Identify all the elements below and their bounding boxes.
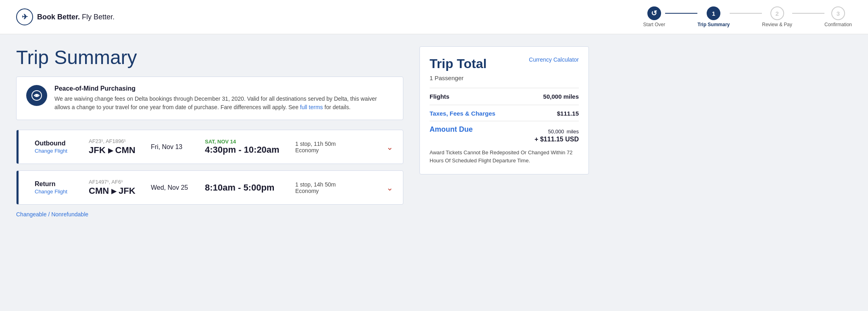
outbound-label: Outbound [35,140,79,147]
flights-price-value: 50,000 miles [543,93,579,100]
outbound-bar [17,130,19,164]
passengers-label: 1 Passenger [430,75,579,81]
amount-due-value: 50,000 miles + $111.15 USD [534,125,579,143]
taxes-price-row: Taxes, Fees & Charges $111.15 [430,110,579,117]
return-stop-label: 1 stop, 14h 50m [295,181,377,188]
step-3-circle: 3 [831,6,845,20]
amount-due-row: Amount Due 50,000 miles + $111.15 USD [430,121,579,143]
right-panel: Trip Total Currency Calculator 1 Passeng… [419,46,589,218]
return-class: Economy [295,188,377,194]
return-bar [17,171,19,204]
trip-total-title: Trip Total [430,56,487,71]
return-date: Wed, Nov 25 [151,184,195,191]
taxes-price-value: $111.15 [557,110,579,117]
taxes-price-label: Taxes, Fees & Charges [430,110,495,117]
info-title: Peace-of-Mind Purchasing [54,85,393,92]
outbound-flight-card: Outbound Change Flight AF23¹, AF1896¹ JF… [16,130,403,164]
step-trip-summary-label: Trip Summary [697,22,730,27]
return-chevron[interactable]: ⌄ [386,183,393,193]
connector-3 [792,13,824,14]
trip-total-header: Trip Total Currency Calculator [430,56,579,71]
step-confirmation-label: Confirmation [824,22,852,27]
step-review-pay[interactable]: 2 Review & Pay [762,6,792,27]
return-codes: AF1497¹, AF6¹ [89,179,141,185]
outbound-route: AF23¹, AF1896¹ JFK ▶ CMN [89,138,141,156]
svg-point-3 [35,94,38,97]
left-panel: Trip Summary Peace-of-Mind Purchasing We… [16,46,419,218]
outbound-airports: JFK ▶ CMN [89,145,141,156]
divider-2 [430,105,579,105]
return-arrow: ▶ [111,187,116,195]
logo-text: Book Better. Fly Better. [37,13,115,21]
stepper: ↺ Start Over 1 Trip Summary 2 Review & P… [643,6,852,27]
connector-2 [730,13,762,14]
amount-due-label: Amount Due [430,125,473,134]
info-body: We are waiving change fees on Delta book… [54,95,393,112]
award-notice: Award Tickets Cannot Be Redeposited Or C… [430,149,579,164]
peace-of-mind-content: Peace-of-Mind Purchasing We are waiving … [54,85,393,112]
return-label: Return [35,180,79,188]
outbound-times: SAT, NOV 14 4:30pm - 10:20am [205,139,286,155]
start-over-icon: ↺ [647,6,661,20]
outbound-date: Fri, Nov 13 [151,143,195,151]
outbound-stop-label: 1 stop, 11h 50m [295,141,377,147]
return-route: AF1497¹, AF6¹ CMN ▶ JFK [89,179,141,196]
divider-1 [430,88,579,88]
svg-text:✈: ✈ [22,13,28,21]
logo: ✈ Book Better. Fly Better. [16,8,115,25]
outbound-codes: AF23¹, AF1896¹ [89,138,141,144]
outbound-class: Economy [295,147,377,153]
outbound-change-flight[interactable]: Change Flight [35,148,79,154]
full-terms-link[interactable]: full terms [300,104,323,110]
changeable-note: Changeable / Nonrefundable [16,211,403,218]
outbound-stops: 1 stop, 11h 50m Economy [295,141,377,153]
return-flight-row: Return Change Flight AF1497¹, AF6¹ CMN ▶… [17,171,403,204]
amount-due-miles: 50,000 miles [534,125,579,136]
outbound-flight-row: Outbound Change Flight AF23¹, AF1896¹ JF… [17,130,403,164]
step-start-over-label: Start Over [643,22,666,27]
currency-calculator-link[interactable]: Currency Calculator [529,56,579,63]
page-title: Trip Summary [16,46,403,68]
return-direction: Return Change Flight [35,180,79,195]
return-change-flight[interactable]: Change Flight [35,189,79,195]
flights-price-row: Flights 50,000 miles [430,93,579,100]
logo-icon: ✈ [16,8,33,25]
step-review-pay-label: Review & Pay [762,22,792,27]
step-trip-summary[interactable]: 1 Trip Summary [697,6,730,27]
peace-of-mind-icon [26,85,47,106]
step-1-circle: 1 [707,6,720,20]
return-airports: CMN ▶ JFK [89,186,141,196]
header: ✈ Book Better. Fly Better. ↺ Start Over … [0,0,868,34]
connector-1 [665,13,697,14]
return-times: 8:10am - 5:00pm [205,182,286,193]
outbound-time-range: 4:30pm - 10:20am [205,145,286,155]
outbound-date-highlight: SAT, NOV 14 [205,139,286,145]
amount-due-usd: + $111.15 USD [534,136,579,143]
main-content: Trip Summary Peace-of-Mind Purchasing We… [0,34,605,230]
return-time-range: 8:10am - 5:00pm [205,182,286,193]
outbound-arrow: ▶ [108,147,113,154]
flights-price-label: Flights [430,93,449,100]
trip-total-card: Trip Total Currency Calculator 1 Passeng… [419,46,589,174]
step-confirmation[interactable]: 3 Confirmation [824,6,852,27]
outbound-chevron[interactable]: ⌄ [386,142,393,152]
return-stops: 1 stop, 14h 50m Economy [295,181,377,194]
step-2-circle: 2 [770,6,784,20]
return-flight-card: Return Change Flight AF1497¹, AF6¹ CMN ▶… [16,170,403,205]
outbound-direction: Outbound Change Flight [35,140,79,154]
peace-of-mind-box: Peace-of-Mind Purchasing We are waiving … [16,77,403,120]
step-start-over[interactable]: ↺ Start Over [643,6,666,27]
